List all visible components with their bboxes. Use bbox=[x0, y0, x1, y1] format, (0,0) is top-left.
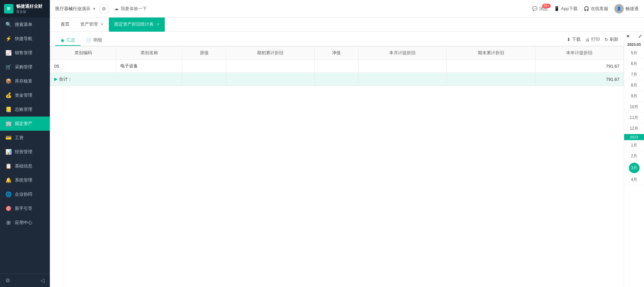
online-service-label: 在线客服 bbox=[591, 6, 608, 12]
col-original: 原值 bbox=[182, 46, 226, 60]
topbar-settings-btn[interactable]: ⚙ bbox=[99, 4, 109, 13]
month-item-4月[interactable]: 4月 bbox=[624, 174, 644, 185]
topbar-right: 💬 消息 99+ 📱 App下载 🎧 在线客服 👤 畅捷通 bbox=[532, 4, 639, 13]
sidebar-item-ledger[interactable]: 📒 总账管理 bbox=[0, 102, 50, 117]
print-btn[interactable]: 🖨 打印 bbox=[585, 36, 600, 42]
ledger-icon: 📒 bbox=[5, 106, 11, 113]
refresh-btn[interactable]: ↻ 刷新 bbox=[605, 36, 618, 42]
month-item-5月[interactable]: 5月 bbox=[624, 48, 644, 59]
online-service-btn[interactable]: 🎧 在线客服 bbox=[584, 6, 608, 12]
sidebar-item-purchase[interactable]: 🛒 采购管理 bbox=[0, 60, 50, 74]
download-label: 下载 bbox=[572, 36, 581, 42]
summary-end-accum-depr bbox=[447, 73, 535, 86]
month-item-2月[interactable]: 2月 bbox=[624, 151, 644, 162]
sidebar-item-finance[interactable]: 💰 资金管理 bbox=[0, 88, 50, 102]
app-download-icon: 📱 bbox=[554, 6, 559, 11]
sidebar-item-label-enterprise: 企业协同 bbox=[15, 191, 32, 197]
user-avatar-area[interactable]: 👤 畅捷通 bbox=[614, 4, 639, 13]
purchase-icon: 🛒 bbox=[5, 64, 11, 70]
sidebar-item-system[interactable]: 🔔 系统管理 bbox=[0, 173, 50, 187]
guide-icon: 🎯 bbox=[5, 205, 11, 212]
download-icon: ⬇ bbox=[567, 37, 571, 42]
tab-close-asset-mgmt[interactable]: ✕ bbox=[100, 22, 103, 27]
month-item-11月[interactable]: 11月 bbox=[624, 113, 644, 123]
app-download-btn[interactable]: 📱 App下载 bbox=[554, 6, 578, 12]
month-item-1月[interactable]: 1月 bbox=[624, 140, 644, 151]
enterprise-icon: 🌐 bbox=[5, 191, 11, 197]
month-item-7月[interactable]: 7月 bbox=[624, 69, 644, 80]
cell-month-depr bbox=[358, 60, 447, 73]
current-period-label: 2023.03 bbox=[627, 41, 641, 48]
sidebar-item-label-fixed-assets: 固定资产 bbox=[15, 121, 32, 127]
sidebar-item-sales[interactable]: 📈 销售管理 bbox=[0, 46, 50, 60]
sidebar-item-enterprise[interactable]: 🌐 企业协同 bbox=[0, 187, 50, 201]
month-item-8月[interactable]: 8月 bbox=[624, 80, 644, 91]
col-accum-depr: 期初累计折旧 bbox=[226, 46, 314, 60]
summary-icon: ◉ bbox=[61, 38, 64, 43]
summary-month-depr bbox=[358, 73, 447, 86]
quick-nav-icon: ⚡ bbox=[5, 36, 11, 42]
page-content: ◉ 汇总 📄 明细 ⬇ 下载 🖨 打印 bbox=[50, 32, 644, 287]
col-code: 类别编码 bbox=[50, 46, 116, 60]
tab-close-depreciation-table[interactable]: ✕ bbox=[156, 22, 159, 27]
payroll-icon: 💳 bbox=[5, 135, 11, 141]
month-item-3月[interactable]: 3月 bbox=[629, 163, 640, 173]
tab-label-asset-mgmt: 资产管理 bbox=[80, 21, 98, 27]
tab-depreciation-table[interactable]: 固定资产折旧统计表✕ bbox=[109, 18, 165, 32]
sidebar-footer: ⚙ ◁ bbox=[0, 274, 50, 287]
sidebar: 财 畅捷通好业财 普及版 🔍 搜索菜单 ⚡ 快捷导航 📈 销售管理 🛒 采购管理… bbox=[0, 0, 50, 287]
cell-code: 05 bbox=[50, 60, 116, 73]
app-center-icon: ⊞ bbox=[5, 220, 11, 226]
sidebar-item-basic-info[interactable]: 📋 基础信息 bbox=[0, 159, 50, 173]
sidebar-item-label-system: 系统管理 bbox=[15, 177, 32, 183]
right-panel-header: ✕ ⤢ bbox=[624, 32, 644, 41]
sidebar-item-label-quick-nav: 快捷导航 bbox=[15, 36, 32, 42]
sub-tab-summary[interactable]: ◉ 汇总 bbox=[55, 35, 81, 46]
summary-year-depr: 791.67 bbox=[535, 73, 623, 86]
sidebar-item-management[interactable]: 📊 经营管理 bbox=[0, 145, 50, 159]
settings-footer-icon[interactable]: ⚙ bbox=[5, 277, 10, 284]
summary-accum-depr bbox=[226, 73, 314, 86]
system-icon: 🔔 bbox=[5, 177, 11, 183]
sidebar-header: 财 畅捷通好业财 普及版 bbox=[0, 0, 50, 18]
cell-end-accum-depr bbox=[447, 60, 535, 73]
message-badge: 99+ bbox=[542, 4, 551, 8]
message-btn[interactable]: 💬 消息 99+ bbox=[532, 6, 548, 12]
company-dropdown-arrow: ▼ bbox=[92, 7, 96, 11]
experience-btn[interactable]: ☁ 我要体验一下 bbox=[114, 6, 147, 12]
tabs-nav: 首页资产管理✕固定资产折旧统计表✕ bbox=[50, 18, 644, 32]
sidebar-item-quick-nav[interactable]: ⚡ 快捷导航 bbox=[0, 32, 50, 46]
message-icon: 💬 bbox=[532, 6, 538, 11]
main-content: ◉ 汇总 📄 明细 ⬇ 下载 🖨 打印 bbox=[50, 32, 624, 287]
date-scroll[interactable]: 5月6月7月8月9月10月11月12月20231月2月3月4月 bbox=[624, 48, 644, 287]
month-item-9月[interactable]: 9月 bbox=[624, 91, 644, 102]
month-item-10月[interactable]: 10月 bbox=[624, 102, 644, 113]
summary-original bbox=[182, 73, 226, 86]
company-selector[interactable]: 医疗器械行业演示 ▼ bbox=[55, 6, 96, 12]
summary-net-value bbox=[314, 73, 358, 86]
print-icon: 🖨 bbox=[585, 37, 590, 42]
sub-tab-detail[interactable]: 📄 明细 bbox=[81, 35, 108, 46]
sidebar-item-fixed-assets[interactable]: 🏢 固定资产 bbox=[0, 117, 50, 131]
sidebar-item-inventory[interactable]: 📦 库存核算 bbox=[0, 74, 50, 88]
year-marker-2023[interactable]: 2023 bbox=[624, 134, 644, 140]
month-item-6月[interactable]: 6月 bbox=[624, 59, 644, 69]
sidebar-item-app-center[interactable]: ⊞ 应用中心 bbox=[0, 216, 50, 230]
tab-asset-mgmt[interactable]: 资产管理✕ bbox=[75, 18, 109, 32]
panel-expand-icon[interactable]: ⤢ bbox=[638, 34, 642, 39]
search-icon: 🔍 bbox=[5, 22, 11, 28]
sidebar-item-search[interactable]: 🔍 搜索菜单 bbox=[0, 18, 50, 32]
table-row: 05 电子设备 791.67 bbox=[50, 60, 624, 73]
panel-close-icon[interactable]: ✕ bbox=[626, 34, 630, 39]
refresh-icon: ↻ bbox=[605, 37, 608, 42]
tab-home[interactable]: 首页 bbox=[55, 18, 75, 32]
sidebar-item-label-search: 搜索菜单 bbox=[15, 22, 32, 28]
sidebar-collapse-btn[interactable]: ◁ bbox=[40, 277, 44, 284]
sidebar-item-guide[interactable]: 🎯 新手引导 bbox=[0, 201, 50, 216]
sidebar-item-payroll[interactable]: 💳 工资 bbox=[0, 131, 50, 145]
month-item-12月[interactable]: 12月 bbox=[624, 123, 644, 134]
download-btn[interactable]: ⬇ 下载 bbox=[567, 36, 581, 42]
col-month-depr: 本月计提折旧 bbox=[358, 46, 447, 60]
user-name: 畅捷通 bbox=[625, 6, 639, 12]
sidebar-item-label-payroll: 工资 bbox=[15, 135, 24, 141]
